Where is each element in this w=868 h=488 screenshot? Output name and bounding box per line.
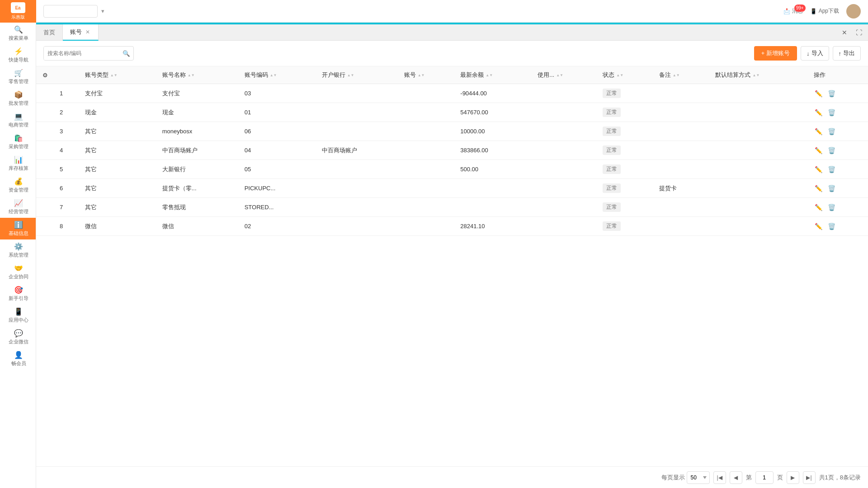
col-account-name[interactable]: 账号名称▲▼ [157,66,239,84]
sidebar-item-app-center[interactable]: 📱应用中心 [0,305,36,326]
delete-btn-4[interactable]: 🗑️ [827,165,836,174]
cell-account-no-7 [399,217,455,236]
page-prev-btn[interactable]: ◀ [730,471,742,484]
col-balance[interactable]: 最新余额▲▼ [455,66,532,84]
cell-balance-0: -90444.00 [455,84,532,103]
sidebar-label-enterprise-agreement: 企业协同 [9,273,28,280]
edit-btn-7[interactable]: ✏️ [814,222,823,231]
table-row: 1 支付宝 支付宝 03 -90444.00 正常 ✏️ 🗑️ [36,84,868,103]
edit-btn-5[interactable]: ✏️ [814,184,823,193]
import-button[interactable]: ↓ 导入 [801,46,829,61]
top-bar-left: ▾ [43,5,104,18]
delete-btn-1[interactable]: 🗑️ [827,108,836,117]
cell-account-no-5 [399,179,455,198]
sidebar-item-ecommerce-mgmt[interactable]: 💻电商管理 [0,109,36,131]
cell-account-no-0 [399,84,455,103]
cell-settings-0 [36,84,54,103]
table-header: ⚙ 账号类型▲▼ 账号名称▲▼ 账号编码▲▼ 开户银行▲▼ 账号▲▼ 最新余额▲… [36,66,868,84]
cell-num-2: 3 [54,122,80,141]
cell-bank-3: 中百商场账户 [316,141,399,160]
cell-balance-3: 383866.00 [455,141,532,160]
cell-default-settlement-0 [710,84,808,103]
delete-btn-7[interactable]: 🗑️ [827,222,836,231]
cell-bank-6 [316,198,399,217]
edit-btn-0[interactable]: ✏️ [814,89,823,98]
top-bar: ▾ 📩 消息 99+ 📱 App下载 [36,0,868,23]
sidebar-item-enterprise-agreement[interactable]: 🤝企业协同 [0,261,36,283]
sidebar-item-retail-mgmt[interactable]: 🛒零售管理 [0,66,36,88]
sidebar-item-member[interactable]: 👤畅会员 [0,348,36,370]
delete-btn-0[interactable]: 🗑️ [827,89,836,98]
sidebar-item-operations-mgmt[interactable]: 📈经营管理 [0,196,36,218]
message-btn[interactable]: 📩 消息 99+ [783,7,803,15]
cell-usage-5 [532,179,597,198]
status-badge-7: 正常 [603,221,621,231]
col-account-no[interactable]: 账号▲▼ [399,66,455,84]
col-remark[interactable]: 备注▲▼ [654,66,710,84]
sidebar-item-quick-nav[interactable]: ⚡快捷导航 [0,44,36,66]
app-download-btn[interactable]: 📱 App下载 [810,7,839,15]
col-usage[interactable]: 使用...▲▼ [532,66,597,84]
top-dropdown-btn[interactable]: ▾ [101,8,104,14]
import-icon: ↓ [807,50,810,57]
sidebar-icon-member: 👤 [14,351,23,359]
cell-code-5: PICKUPC... [239,179,316,198]
avatar[interactable] [846,4,861,19]
export-button[interactable]: ↑ 导出 [833,46,861,61]
action-btns-1: ✏️ 🗑️ [814,108,863,117]
sidebar-item-capital-mgmt[interactable]: 💰资金管理 [0,174,36,196]
table-body: 1 支付宝 支付宝 03 -90444.00 正常 ✏️ 🗑️ 2 现金 现金 … [36,84,868,236]
toolbar: 🔍 + 新增账号 ↓ 导入 ↑ 导出 [36,41,868,66]
sidebar-logo[interactable]: Ea 乐惠版 [0,0,36,23]
edit-btn-2[interactable]: ✏️ [814,127,823,136]
tab-close-account[interactable]: ✕ [85,29,91,35]
cell-bank-1 [316,103,399,122]
page-number-input[interactable] [755,471,774,484]
page-last-btn[interactable]: ▶| [803,471,816,484]
sidebar-item-new-guide[interactable]: 🎯新手引导 [0,283,36,305]
col-status[interactable]: 状态▲▼ [597,66,654,84]
sidebar-label-app-center: 应用中心 [9,317,28,324]
cell-default-settlement-7 [710,217,808,236]
page-next-btn[interactable]: ▶ [787,471,799,484]
edit-btn-3[interactable]: ✏️ [814,146,823,155]
edit-btn-4[interactable]: ✏️ [814,165,823,174]
cell-actions-4: ✏️ 🗑️ [808,160,868,179]
delete-btn-2[interactable]: 🗑️ [827,127,836,136]
sidebar-item-inventory-check[interactable]: 📊库存核算 [0,153,36,174]
col-account-code[interactable]: 账号编码▲▼ [239,66,316,84]
cell-name-6: 零售抵现 [157,198,239,217]
sidebar-item-purchase-mgmt[interactable]: 🛍️采购管理 [0,131,36,153]
search-button[interactable]: 🔍 [119,46,133,61]
delete-btn-5[interactable]: 🗑️ [827,184,836,193]
top-search-input[interactable] [43,5,98,18]
delete-btn-6[interactable]: 🗑️ [827,203,836,212]
sidebar-item-enterprise-wechat[interactable]: 💬企业微信 [0,326,36,348]
sidebar-item-search-menu[interactable]: 🔍搜索菜单 [0,23,36,44]
cell-bank-5 [316,179,399,198]
cell-num-7: 8 [54,217,80,236]
cell-status-4: 正常 [597,160,654,179]
tab-expand-btn[interactable]: ⛶ [854,27,864,38]
sidebar-item-basic-info[interactable]: ℹ️基础信息 [0,218,36,239]
edit-btn-6[interactable]: ✏️ [814,203,823,212]
cell-code-2: 06 [239,122,316,141]
sidebar-item-system-mgmt[interactable]: ⚙️系统管理 [0,239,36,261]
sidebar-item-wholesale-mgmt[interactable]: 📦批发管理 [0,88,36,109]
page-first-btn[interactable]: |◀ [713,471,726,484]
edit-btn-1[interactable]: ✏️ [814,108,823,117]
message-badge: 99+ [794,5,806,12]
col-account-type[interactable]: 账号类型▲▼ [80,66,157,84]
col-bank[interactable]: 开户银行▲▼ [316,66,399,84]
search-input[interactable] [44,47,119,60]
cell-remark-3 [654,141,710,160]
tab-home[interactable]: 首页 [36,24,63,41]
tab-account[interactable]: 账号✕ [63,24,99,41]
add-account-button[interactable]: + 新增账号 [754,46,797,61]
page-size-wrap: 每页显示 102050100 [661,471,710,484]
tab-close-all-btn[interactable]: ✕ [839,27,850,38]
cell-code-7: 02 [239,217,316,236]
delete-btn-3[interactable]: 🗑️ [827,146,836,155]
page-size-select[interactable]: 102050100 [687,471,710,484]
col-default-settlement[interactable]: 默认结算方式▲▼ [710,66,808,84]
